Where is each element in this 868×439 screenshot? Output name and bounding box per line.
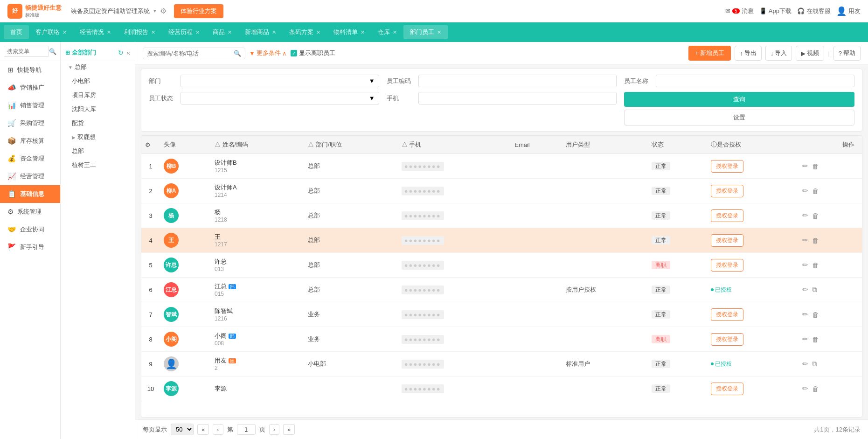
empcode-filter-input[interactable] [418,75,617,87]
export-button[interactable]: ↑ 导出 [735,46,762,61]
more-filter-btn[interactable]: ▼ 更多条件 ∧ [249,49,287,57]
dept-node-shenyang[interactable]: 沈阳大库 [61,102,135,116]
nav-tab-profit[interactable]: 利润报告 ✕ [118,25,162,39]
nav-tab-history[interactable]: 经营历程 ✕ [162,25,206,39]
collapse-icon[interactable]: « [126,49,130,56]
nav-tab-warehouse[interactable]: 仓库 ✕ [371,25,403,39]
close-icon[interactable]: ✕ [361,29,365,35]
trial-button[interactable]: 体验行业方案 [174,4,223,18]
last-page-button[interactable]: » [283,424,295,435]
auth-button[interactable]: 授权登录 [711,383,743,395]
sidebar-item-basics[interactable]: 📋 基础信息 [0,185,60,203]
online-service-btn[interactable]: 🎧 在线客服 [797,7,831,15]
delete-icon[interactable]: 🗑 [812,311,819,319]
phone-filter-input[interactable] [418,92,617,105]
sidebar-item-purchase[interactable]: 🛒 采购管理 [0,114,60,132]
delete-icon[interactable]: 🗑 [812,335,819,343]
per-page-select[interactable]: 50 [171,424,194,435]
dept-node-delivery[interactable]: 配货 [61,116,135,130]
dept-filter-select[interactable]: ▼ [181,75,379,87]
nav-tab-goods[interactable]: 商品 ✕ [206,25,238,39]
first-page-button[interactable]: « [197,424,209,435]
copy-icon[interactable]: ⧉ [812,286,817,294]
sidebar-item-shortcuts[interactable]: ⊞ 快捷导航 [0,61,60,79]
sidebar-item-marketing[interactable]: 📣 营销推广 [0,79,60,97]
auth-button[interactable]: 授权登录 [711,333,743,346]
refresh-icon[interactable]: ↻ [118,49,124,56]
dept-node-general[interactable]: ▼ 总部 [61,60,135,74]
search-menu-input[interactable] [4,46,49,57]
show-resigned-toggle[interactable]: ✓ 显示离职员工 [291,49,335,57]
user-btn[interactable]: 👤 用友 [836,6,861,16]
edit-icon[interactable]: ✏ [802,286,808,294]
search-button[interactable]: 查询 [624,92,854,107]
edit-icon[interactable]: ✏ [802,335,808,343]
close-icon[interactable]: ✕ [316,29,320,35]
next-page-button[interactable]: › [269,424,279,435]
nav-tab-operations[interactable]: 经营情况 ✕ [73,25,118,39]
col-phone[interactable]: △ 手机 [398,136,511,154]
set-button[interactable]: 设置 [624,110,854,125]
auth-button[interactable]: 授权登录 [711,259,743,272]
sidebar-item-collab[interactable]: 🤝 企业协同 [0,221,60,238]
view-button[interactable]: ▶ 视频 [796,46,824,61]
edit-icon[interactable]: ✏ [802,310,808,319]
edit-icon[interactable]: ✏ [802,384,808,393]
edit-icon[interactable]: ✏ [802,360,808,368]
edit-icon[interactable]: ✏ [802,261,808,269]
auth-button[interactable]: 授权登录 [711,185,743,197]
close-icon[interactable]: ✕ [107,29,111,35]
app-download-btn[interactable]: 📱 App下载 [759,7,792,15]
delete-icon[interactable]: 🗑 [812,261,819,269]
close-icon[interactable]: ✕ [62,29,67,35]
delete-icon[interactable]: 🗑 [812,385,819,393]
prev-page-button[interactable]: ‹ [213,424,223,435]
close-icon[interactable]: ✕ [228,29,232,35]
dept-node-project[interactable]: 项目库房 [61,88,135,102]
col-name[interactable]: △ 姓名/编码 [211,136,304,154]
delete-icon[interactable]: 🗑 [812,212,819,220]
close-icon[interactable]: ✕ [195,29,200,35]
nav-home[interactable]: 首页 [4,25,29,39]
search-input[interactable] [147,50,232,57]
close-icon[interactable]: ✕ [393,29,397,35]
empname-filter-input[interactable] [656,75,854,87]
edit-icon[interactable]: ✏ [802,236,808,244]
close-icon[interactable]: ✕ [437,29,441,35]
edit-icon[interactable]: ✏ [802,162,808,170]
dept-node-double[interactable]: ▶ 双鹿想 [61,130,135,144]
settings-icon[interactable]: ⚙ [160,7,167,15]
status-filter-select[interactable]: ▼ [181,92,379,105]
edit-icon[interactable]: ✏ [802,211,808,220]
dept-node-small-electric[interactable]: 小电部 [61,74,135,88]
resigned-checkbox[interactable]: ✓ [291,50,297,56]
sidebar-item-finance[interactable]: 💰 资金管理 [0,150,60,167]
help-button[interactable]: ? 帮助 [833,46,861,61]
page-input[interactable] [237,424,256,435]
col-settings[interactable]: ⚙ [141,136,160,154]
sidebar-item-inventory[interactable]: 📦 库存核算 [0,132,60,150]
sidebar-item-system[interactable]: ⚙ 系统管理 [0,203,60,221]
import-button[interactable]: ↓ 导入 [765,46,792,61]
auth-button[interactable]: 授权登录 [711,160,743,173]
sidebar-item-management[interactable]: 📈 经营管理 [0,167,60,185]
col-dept[interactable]: △ 部门/职位 [304,136,397,154]
add-employee-button[interactable]: + 新增员工 [688,46,731,61]
nav-tab-customer[interactable]: 客户联络 ✕ [29,25,73,39]
nav-tab-barcode[interactable]: 条码方案 ✕ [283,25,327,39]
close-icon[interactable]: ✕ [151,29,155,35]
dept-node-plant[interactable]: 植树王二 [61,158,135,172]
dept-node-head[interactable]: 总部 [61,144,135,158]
notification-btn[interactable]: ✉ 5 消息 [725,7,754,15]
sys-dropdown-icon[interactable]: ▼ [153,8,157,14]
nav-tab-new-goods[interactable]: 新增商品 ✕ [238,25,283,39]
nav-tab-bom[interactable]: 物料清单 ✕ [327,25,371,39]
nav-tab-employees[interactable]: 部门员工 ✕ [403,25,448,39]
edit-icon[interactable]: ✏ [802,187,808,195]
auth-button[interactable]: 授权登录 [711,209,743,222]
sidebar-item-sales[interactable]: 📊 销售管理 [0,97,60,114]
copy-icon[interactable]: ⧉ [812,360,817,368]
delete-icon[interactable]: 🗑 [812,162,819,170]
close-icon[interactable]: ✕ [272,29,276,35]
delete-icon[interactable]: 🗑 [812,187,819,195]
